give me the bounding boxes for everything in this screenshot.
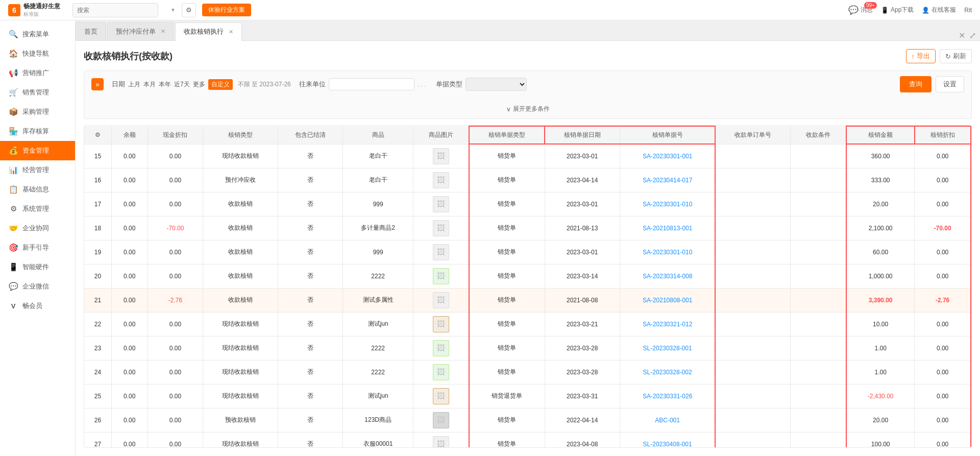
sidebar-item-marketing[interactable]: 📢 营销推广 — [0, 63, 75, 83]
sidebar-item-enterprise-collab[interactable]: 🤝 企业协同 — [0, 219, 75, 238]
tab-advance-offset[interactable]: 预付冲应付单 ✕ — [107, 22, 174, 40]
td-verify-discount: 0.00 — [915, 144, 971, 168]
sidebar-item-purchase[interactable]: 📦 采购管理 — [0, 102, 75, 122]
verify-no-link[interactable]: SA-20230331-026 — [643, 393, 692, 400]
td-goods-image: 🖼 — [413, 240, 469, 264]
expand-tab-icon[interactable]: ⤢ — [969, 31, 976, 40]
td-verify-no: SA-20230301-001 — [620, 144, 715, 168]
td-id: 19 — [84, 240, 111, 264]
td-verify-date: 2021-08-13 — [545, 216, 620, 240]
td-id: 15 — [84, 144, 111, 168]
search-input[interactable] — [72, 3, 158, 17]
td-verify-discount: 0.00 — [915, 408, 971, 432]
sidebar-item-ops[interactable]: 📊 经营管理 — [0, 160, 75, 180]
td-receipt-order-no — [715, 240, 790, 264]
td-verify-type: 收款核销 — [203, 216, 278, 240]
date-opt-more[interactable]: 更多 — [193, 80, 205, 89]
tab-home[interactable]: 首页 — [76, 22, 106, 40]
filter-toggle-btn[interactable]: » — [91, 78, 104, 90]
app-download-btn[interactable]: 📱 App下载 — [881, 6, 914, 14]
verify-no-link[interactable]: SA-20230301-010 — [643, 249, 692, 256]
industry-btn[interactable]: 休验行业方案 — [202, 4, 251, 16]
verify-no-link[interactable]: SA-20210808-001 — [643, 297, 692, 304]
export-btn[interactable]: ↑ 导出 — [906, 49, 936, 63]
table-row: 16 0.00 0.00 预付冲应收 否 老白干 🖼 销货单 2023-04-1… — [84, 168, 971, 192]
sidebar-item-basic-info[interactable]: 📋 基础信息 — [0, 180, 75, 199]
td-verify-no: SA-20230321-012 — [620, 312, 715, 336]
verify-no-link[interactable]: ABC-001 — [655, 417, 680, 424]
goods-image-placeholder: 🖼 — [433, 316, 449, 332]
sidebar-item-sales[interactable]: 🛒 销售管理 — [0, 83, 75, 102]
sidebar-item-member[interactable]: V 畅会员 — [0, 296, 75, 316]
td-id: 23 — [84, 336, 111, 360]
sidebar-item-quick-nav[interactable]: 🏠 快捷导航 — [0, 44, 75, 63]
td-verify-amount: 100.00 — [846, 432, 915, 448]
expand-conditions-btn[interactable]: ∨ 展开更多条件 — [91, 103, 964, 113]
logo-icon: 6 — [8, 4, 20, 16]
td-verify-amount: 3,390.00 — [846, 288, 915, 312]
date-custom-btn[interactable]: 自定义 — [208, 79, 233, 90]
verify-no-link[interactable]: SL-20230408-001 — [643, 441, 692, 448]
verify-no-link[interactable]: SA-20230321-012 — [643, 321, 692, 328]
table-container[interactable]: ⚙ 余额 现金折扣 核销类型 包含已结清 商品 商品图片 核销单据类型 核销单据… — [84, 125, 972, 448]
td-receipt-condition — [791, 216, 846, 240]
td-cash-discount: 0.00 — [148, 312, 203, 336]
td-id: 25 — [84, 384, 111, 408]
td-id: 27 — [84, 432, 111, 448]
close-tab-icon[interactable]: ✕ — [959, 31, 965, 40]
verify-no-link[interactable]: SA-20230301-010 — [643, 201, 692, 208]
sidebar-item-enterprise-wechat[interactable]: 💬 企业微信 — [0, 277, 75, 296]
sidebar-item-newbie[interactable]: 🎯 新手引导 — [0, 238, 75, 257]
filter-settings-btn[interactable]: 设置 — [936, 76, 964, 92]
th-verify-amount: 核销金额 — [846, 126, 915, 144]
td-verify-voucher-type: 销货单 — [469, 288, 545, 312]
date-opt-this-month[interactable]: 本月 — [143, 80, 156, 89]
verify-no-link[interactable]: SA-20230414-017 — [643, 177, 692, 184]
td-receipt-order-no — [715, 168, 790, 192]
verify-no-link[interactable]: SA-20230314-008 — [643, 273, 692, 280]
verify-no-link[interactable]: SA-20210813-001 — [643, 225, 692, 232]
from-unit-input[interactable] — [329, 78, 414, 90]
tab-close-advance[interactable]: ✕ — [161, 28, 165, 35]
finance-icon: 💰 — [8, 146, 18, 155]
tab-collection-verify[interactable]: 收款核销执行 ✕ — [175, 22, 242, 41]
th-settings[interactable]: ⚙ — [84, 126, 111, 144]
td-verify-amount: 1,000.00 — [846, 264, 915, 288]
voucher-type-select[interactable] — [465, 78, 527, 91]
message-btn[interactable]: 💬 消息 99+ — [848, 5, 873, 15]
table-row: 27 0.00 0.00 现结收款核销 否 衣服00001 🖼 销货单 2023… — [84, 432, 971, 448]
sidebar-item-system[interactable]: ⚙ 系统管理 — [0, 199, 75, 219]
from-unit-label: 往来单位 — [299, 80, 326, 89]
date-range: 不限 至 2023-07-26 — [238, 80, 291, 89]
td-verify-voucher-type: 销货单 — [469, 264, 545, 288]
td-id: 16 — [84, 168, 111, 192]
online-service-btn[interactable]: 👤 在线客服 — [922, 6, 956, 14]
verify-no-link[interactable]: SA-20230301-001 — [643, 153, 692, 160]
td-id: 24 — [84, 360, 111, 384]
td-verify-type: 现结收款核销 — [203, 360, 278, 384]
query-btn[interactable]: 查询 — [900, 76, 932, 92]
td-verify-discount: 0.00 — [915, 168, 971, 192]
td-goods: 测试jun — [343, 384, 413, 408]
sidebar-item-smart-hw[interactable]: 📱 智能硬件 — [0, 257, 75, 277]
td-include-settled: 否 — [278, 288, 343, 312]
date-opt-7days[interactable]: 近7天 — [174, 80, 190, 89]
settings-icon[interactable]: ⚙ — [182, 3, 196, 17]
td-goods: 2222 — [343, 336, 413, 360]
smart-hw-icon: 📱 — [8, 262, 18, 272]
main-layout: 🔍 搜索菜单 🏠 快捷导航 📢 营销推广 🛒 销售管理 📦 采购管理 🏪 库存核… — [0, 20, 980, 456]
td-receipt-order-no — [715, 216, 790, 240]
td-include-settled: 否 — [278, 408, 343, 432]
verify-no-link[interactable]: SL-20230328-002 — [643, 369, 692, 376]
td-verify-date: 2023-04-14 — [545, 168, 620, 192]
date-opt-last-month[interactable]: 上月 — [128, 80, 140, 89]
sidebar-item-inventory[interactable]: 🏪 库存核算 — [0, 122, 75, 141]
verify-no-link[interactable]: SL-20230328-001 — [643, 345, 692, 352]
refresh-btn[interactable]: ↻ 刷新 — [940, 49, 972, 63]
date-opt-this-year[interactable]: 本年 — [159, 80, 171, 89]
td-verify-type: 现结收款核销 — [203, 432, 278, 448]
sidebar-item-search-menu[interactable]: 🔍 搜索菜单 — [0, 25, 75, 44]
tab-close-collection[interactable]: ✕ — [229, 29, 233, 35]
sidebar-item-finance[interactable]: 💰 资金管理 — [0, 141, 75, 160]
date-label: 日期 — [112, 80, 125, 89]
